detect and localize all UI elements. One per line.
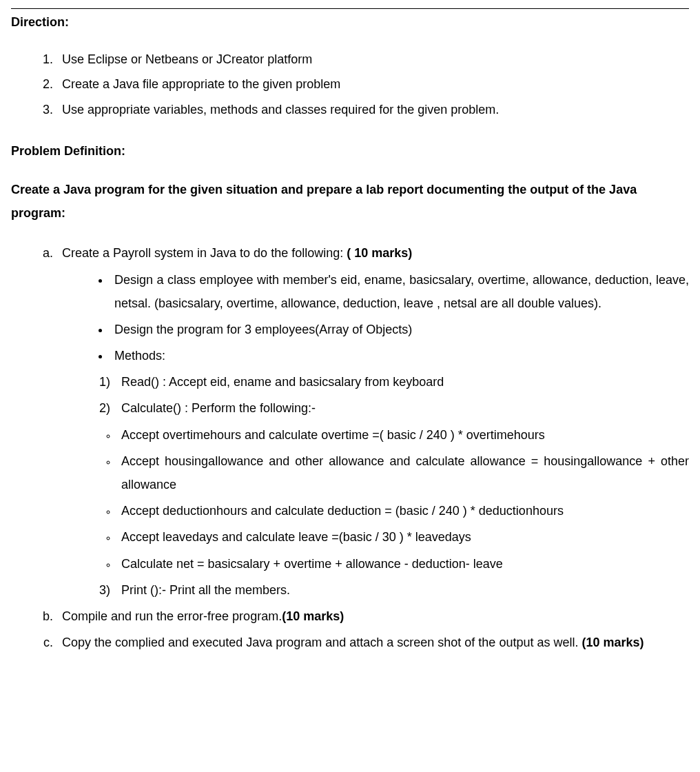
task-c-text: Copy the complied and executed Java prog…: [62, 636, 581, 649]
sub-deduction: Accept deductionhours and calculate dedu…: [117, 499, 689, 522]
problem-heading: Problem Definition:: [11, 139, 689, 163]
direction-list: Use Eclipse or Netbeans or JCreator plat…: [11, 48, 689, 121]
direction-item: Create a Java file appropriate to the gi…: [56, 72, 689, 96]
task-b-marks: (10 marks): [282, 609, 344, 623]
methods-list: Read() : Accept eid, ename and basicsala…: [62, 370, 689, 420]
task-b: Compile and run the error-free program.(…: [56, 605, 689, 628]
direction-item: Use appropriate variables, methods and c…: [56, 98, 689, 121]
direction-heading: Direction:: [11, 10, 689, 34]
method-calculate: Calculate() : Perform the following:-: [117, 396, 689, 420]
calculate-sublist: Accept overtimehours and calculate overt…: [62, 423, 689, 576]
sub-net: Calculate net = basicsalary + overtime +…: [117, 552, 689, 576]
bullet-methods: Methods:: [110, 344, 689, 367]
task-a: Create a Payroll system in Java to do th…: [56, 241, 689, 602]
task-a-intro: Create a Payroll system in Java to do th…: [62, 246, 347, 260]
bullet-array: Design the program for 3 employees(Array…: [110, 318, 689, 341]
method-read: Read() : Accept eid, ename and basicsala…: [117, 370, 689, 394]
problem-statement: Create a Java program for the given situ…: [11, 178, 689, 225]
task-list: Create a Payroll system in Java to do th…: [11, 241, 689, 654]
methods-list-3: Print ():- Print all the members.: [62, 578, 689, 602]
task-a-bullets: Design a class employee with member's ei…: [62, 268, 689, 368]
sub-allowance: Accept housingallowance and other allowa…: [117, 449, 689, 496]
direction-item: Use Eclipse or Netbeans or JCreator plat…: [56, 48, 689, 71]
sub-overtime: Accept overtimehours and calculate overt…: [117, 423, 689, 447]
top-rule: [11, 8, 689, 9]
task-a-marks: ( 10 marks): [347, 246, 412, 260]
task-b-text: Compile and run the error-free program.: [62, 609, 282, 623]
task-c-marks: (10 marks): [581, 636, 644, 649]
method-print: Print ():- Print all the members.: [117, 578, 689, 602]
sub-leave: Accept leavedays and calculate leave =(b…: [117, 525, 689, 549]
bullet-class-design: Design a class employee with member's ei…: [110, 268, 689, 315]
task-c: Copy the complied and executed Java prog…: [56, 631, 689, 654]
